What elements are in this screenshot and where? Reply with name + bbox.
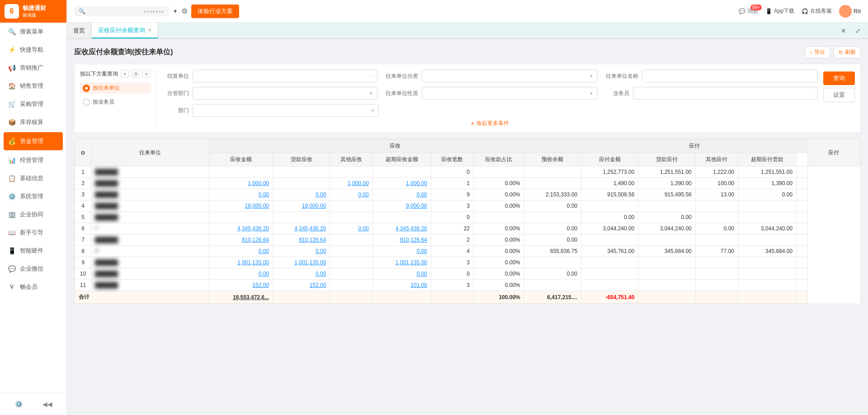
filter-collapse-btn[interactable]: « <box>142 70 151 78</box>
sidebar-item-hardware[interactable]: 📱 智能硬件 <box>0 242 66 260</box>
tab-ar-query-label: 应收应付余额查询 <box>98 26 145 34</box>
field-label: 结算单位 <box>162 72 189 80</box>
close-window-icon[interactable]: ✕ <box>838 25 849 36</box>
sidebar-logo: 6 畅捷通财 标准版 <box>0 0 66 23</box>
table-settings-icon[interactable]: ⚙ <box>80 150 85 156</box>
refresh-button[interactable]: ↻ 刷新 <box>834 46 861 58</box>
footer-ap-amount: -654,751.40 <box>581 291 638 304</box>
salesman-input[interactable]: ··· <box>633 87 818 100</box>
field-settlement-unit: 结算单位 ··· <box>162 70 377 82</box>
brand-name: 畅捷通财 <box>23 4 46 12</box>
page-actions: ↑ 导出 ↻ 刷新 <box>805 46 861 58</box>
inventory-icon: 📦 <box>7 118 16 127</box>
partner-name: ██████ <box>91 257 209 268</box>
filter-settings-btn[interactable]: ⊙ <box>132 70 140 78</box>
topbar-right: 💬 消息 99+ 📱 App下载 🎧 在线客服 Rit <box>739 5 861 18</box>
table-footer-row: 合计 19,553,472,6... 100.00% 6,417,215....… <box>75 291 860 304</box>
solution-button[interactable]: 体验行业方案 <box>191 5 239 18</box>
sidebar-item-search[interactable]: 🔍 搜索菜单 <box>0 23 66 41</box>
export-button[interactable]: ↑ 导出 <box>805 46 830 58</box>
field-partner-nature: 往来单位性质 ▼ <box>382 87 598 100</box>
user-name: Rit <box>854 8 861 14</box>
field-label: 往来单位分类 <box>382 72 418 80</box>
sidebar-item-finance[interactable]: 💰 资金管理 <box>4 132 63 150</box>
filter-add-btn[interactable]: + <box>121 70 129 78</box>
sidebar-item-label: 快捷导航 <box>20 46 43 54</box>
footer-ar-loan <box>273 291 330 304</box>
sidebar-item-label: 销售管理 <box>20 82 43 90</box>
tab-ar-query[interactable]: 应收应付余额查询 ✕ <box>92 23 158 38</box>
field-label: 往来单位性质 <box>382 90 418 97</box>
partner-name-input[interactable] <box>642 70 818 82</box>
expand-icon[interactable]: ⤢ <box>853 25 863 36</box>
ap-extra <box>797 280 808 291</box>
search-input[interactable] <box>87 8 142 14</box>
dropdown-arrow[interactable]: ▼ <box>173 8 178 14</box>
tabbar-actions: ✕ ⤢ <box>838 25 868 36</box>
app-download-button[interactable]: 📱 App下载 <box>765 7 794 15</box>
filter-option-salesman[interactable]: 按业务员 <box>80 96 151 108</box>
settings-bottom-icon[interactable]: ⚙️ <box>13 398 25 410</box>
th-partner: 往来单位 <box>91 139 209 167</box>
settlement-unit-input[interactable]: ··· <box>193 70 377 82</box>
sidebar-item-purchase[interactable]: 🛒 采购管理 <box>0 95 66 113</box>
close-tab-icon[interactable]: ✕ <box>148 28 151 33</box>
collapse-icon[interactable]: ◀◀ <box>41 398 54 410</box>
sidebar-item-marketing[interactable]: 📢 营销推广 <box>0 59 66 77</box>
sidebar-item-basic[interactable]: 📋 基础信息 <box>0 169 66 187</box>
field-dept2: 部门 ▼ <box>162 104 379 117</box>
search-icon: 🔍 <box>7 27 16 36</box>
sidebar-item-operation[interactable]: 📊 经营管理 <box>0 151 66 169</box>
online-service-button[interactable]: 🎧 在线客服 <box>802 7 832 15</box>
sidebar-item-member[interactable]: V 畅会员 <box>0 278 66 296</box>
gear-icon[interactable]: ⚙ <box>181 7 188 15</box>
sidebar-item-wechat[interactable]: 💬 企业微信 <box>0 260 66 278</box>
settings-button[interactable]: 设置 <box>823 88 855 102</box>
sidebar-item-label: 基础信息 <box>20 174 43 182</box>
query-button[interactable]: 查询 <box>823 72 855 85</box>
tab-home[interactable]: 首页 <box>67 23 92 38</box>
notice-button[interactable]: 💬 消息 99+ <box>739 7 758 15</box>
version-label: 标准版 <box>23 12 46 19</box>
th-ap-extra: 应付 <box>807 139 860 167</box>
footer-ar-amount[interactable]: 19,553,472,6... <box>209 291 273 304</box>
filter-title: 按以下方案查询 <box>80 70 118 78</box>
tabbar: 首页 应收应付余额查询 ✕ ✕ ⤢ <box>67 23 868 39</box>
sidebar-item-corp[interactable]: 🏢 企业协同 <box>0 205 66 224</box>
table-scroll[interactable]: ⚙ 往来单位 应收 应付 应付 应收金额 贷款应收 其他应收 超期应收金额 应收… <box>75 139 860 304</box>
collapse-more-btn[interactable]: ∧ 收起更多条件 <box>162 119 818 127</box>
refresh-icon: ↻ <box>839 49 843 56</box>
search-icon: 🔍 <box>79 8 85 14</box>
sidebar-item-system[interactable]: ⚙️ 系统管理 <box>0 187 66 205</box>
footer-ar-prepay: 6,417,215.... <box>524 291 581 304</box>
sidebar-item-label: 经营管理 <box>20 156 43 164</box>
ap-extra <box>797 167 808 178</box>
dept-select[interactable]: ▼ <box>193 87 377 100</box>
table-row: 7██████810,126.64810,126.64810,126.6420.… <box>75 234 860 246</box>
th-ar-amount: 应收金额 <box>209 153 273 167</box>
topbar-left: 🔍 ●●●●●●● ▼ ⚙ 体验行业方案 <box>74 5 739 18</box>
partner-category-select[interactable]: ▼ <box>422 70 598 82</box>
partner-nature-select[interactable]: ▼ <box>422 87 598 100</box>
user-menu[interactable]: Rit <box>839 5 861 18</box>
sidebar-item-quick-nav[interactable]: ⚡ 快捷导航 <box>0 41 66 59</box>
filter-option-label: 按业务员 <box>93 98 114 106</box>
th-ar-prepay: 预收余额 <box>524 153 581 167</box>
table-row: 1██████01,252,773.001,251,551.001,222.00… <box>75 167 860 178</box>
partner-name: ██████ <box>91 167 209 178</box>
filter-option-partner[interactable]: 按往来单位 <box>80 82 151 94</box>
dept2-select[interactable]: ▼ <box>193 104 379 117</box>
sidebar-item-sales[interactable]: 🏠 销售管理 <box>0 77 66 95</box>
table-row: 4██████18,000.0018,000.009,000.0030.00%0… <box>75 200 860 212</box>
avatar <box>839 5 852 18</box>
service-icon: 🎧 <box>802 8 808 14</box>
sidebar-item-inventory[interactable]: 📦 库存核算 <box>0 113 66 131</box>
topbar-search-box[interactable]: 🔍 ●●●●●●● <box>74 6 169 16</box>
hardware-icon: 📱 <box>7 246 16 255</box>
table-row: 5██████00.000.00 <box>75 212 860 223</box>
data-table-container: ⚙ 往来单位 应收 应付 应付 应收金额 贷款应收 其他应收 超期应收金额 应收… <box>74 138 861 304</box>
th-ap-group: 应付 <box>581 139 808 153</box>
radio-active-icon <box>83 85 90 92</box>
table-row: 8P0.000.000.0040.00%655,636.75345,761.00… <box>75 246 860 257</box>
sidebar-item-guide[interactable]: 📖 新手引导 <box>0 224 66 242</box>
